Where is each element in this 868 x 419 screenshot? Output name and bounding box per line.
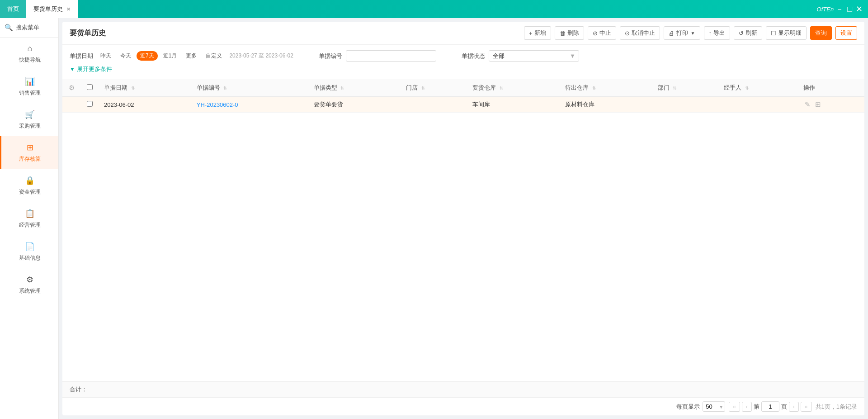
tab-requisition-history[interactable]: 要货单历史 ✕ [26,0,78,18]
sidebar-item-quick-nav[interactable]: ⌂ 快捷导航 [0,38,58,70]
yesterday-btn[interactable]: 昨天 [97,51,115,61]
chevron-down-icon: ▼ [70,66,75,72]
close-window-button[interactable]: ✕ [856,5,863,13]
sort-handler-icon[interactable]: ⇅ [745,86,749,90]
sidebar: 🔍 搜索菜单 ⌂ 快捷导航 📊 销售管理 🛒 采购管理 ⊞ 库存核算 🔒 资金管… [0,18,59,419]
row-checkbox[interactable] [87,101,93,107]
table-header-row: ⚙ 单据日期 ⇅ 单据编号 ⇅ [62,79,864,97]
show-detail-button[interactable]: ☐ 显示明细 [766,26,807,40]
sort-wait-warehouse-icon[interactable]: ⇅ [592,86,596,90]
row-type: 要货单要货 [308,97,401,113]
more-btn[interactable]: 更多 [182,51,200,61]
page-size-select[interactable]: 20 50 100 200 [703,401,725,412]
sort-store-icon[interactable]: ⇅ [421,86,425,90]
page-nav: « ‹ 第 页 › » [729,401,811,412]
next-page-btn[interactable]: › [789,402,799,412]
row-date: 2023-06-02 [99,97,191,113]
total-pages-info: 共1页，1条记录 [816,403,857,411]
print-button[interactable]: 🖨 打印 ▼ [664,26,700,40]
tab-home-label: 首页 [7,5,19,13]
show-detail-label: 显示明细 [778,29,802,37]
maximize-button[interactable]: □ [847,5,852,13]
th-date-label: 单据日期 [104,84,127,91]
order-no-label: 单据编号 [319,52,342,60]
last7days-btn[interactable]: 近7天 [137,51,158,61]
pagination-bar: 每页显示 20 50 100 200 ▼ « ‹ 第 [62,397,864,415]
refresh-button[interactable]: ↺ 刷新 [734,26,762,40]
th-store-label: 门店 [406,84,418,91]
sidebar-search[interactable]: 🔍 搜索菜单 [0,18,58,38]
sidebar-item-basic-info[interactable]: 📄 基础信息 [0,235,58,268]
delete-icon: 🗑 [560,30,566,37]
last-page-btn[interactable]: » [801,402,812,412]
tab-close-icon[interactable]: ✕ [66,6,71,12]
main-layout: 🔍 搜索菜单 ⌂ 快捷导航 📊 销售管理 🛒 采购管理 ⊞ 库存核算 🔒 资金管… [0,18,868,419]
sort-date-icon[interactable]: ⇅ [131,86,135,90]
th-settings: ⚙ [62,79,80,97]
table-settings-icon[interactable]: ⚙ [69,84,75,91]
quick-nav-icon: ⌂ [28,44,33,53]
th-handler-label: 经手人 [724,84,741,91]
row-wait-warehouse: 原材料仓库 [560,97,652,113]
sort-order-no-icon[interactable]: ⇅ [223,86,227,90]
finance-icon: 🔒 [25,176,35,186]
row-edit-icon[interactable]: ✎ [805,100,811,108]
th-wait-warehouse-label: 待出仓库 [565,84,589,91]
print-label: 打印 [676,29,688,37]
th-store: 门店 ⇅ [401,79,467,97]
today-btn[interactable]: 今天 [117,51,135,61]
sidebar-item-operations[interactable]: 📋 经营管理 [0,202,58,235]
search-icon: 🔍 [5,24,13,32]
tab-home[interactable]: 首页 [0,0,26,18]
sort-dept-icon[interactable]: ⇅ [673,86,676,90]
expand-more-btn[interactable]: ▼ 展开更多条件 [70,65,857,73]
minimize-button[interactable]: － [835,5,844,13]
cancel-stop-button[interactable]: ⊙ 取消中止 [620,26,660,40]
sidebar-item-inventory[interactable]: ⊞ 库存核算 [0,136,58,169]
content-inner: 要货单历史 + 新增 🗑 删除 ⊘ 中止 ⊙ [62,22,864,415]
th-actions-label: 操作 [803,84,815,91]
print-icon: 🖨 [669,30,675,37]
last-month-btn[interactable]: 近1月 [160,51,181,61]
status-filter: 单据状态 全部 待审核 已审核 已中止 ▼ [462,50,579,62]
stop-button[interactable]: ⊘ 中止 [588,26,616,40]
custom-btn[interactable]: 自定义 [202,51,226,61]
sort-req-warehouse-icon[interactable]: ⇅ [500,86,503,90]
operations-label: 经营管理 [19,221,41,229]
stop-icon: ⊘ [593,30,598,37]
sort-type-icon[interactable]: ⇅ [340,86,344,90]
show-detail-icon: ☐ [771,30,776,37]
row-order-no-link[interactable]: YH-20230602-0 [197,101,238,108]
row-more-icon[interactable]: ⊞ [815,100,821,108]
stop-label: 中止 [599,29,611,37]
top-bar-window-actions: － □ ✕ [835,5,868,13]
order-no-input[interactable] [346,50,436,62]
sidebar-item-finance[interactable]: 🔒 资金管理 [0,169,58,202]
sales-label: 销售管理 [19,89,41,97]
purchase-label: 采购管理 [19,122,41,130]
th-order-no-label: 单据编号 [197,84,220,91]
select-all-checkbox[interactable] [87,84,93,90]
search-label: 搜索菜单 [16,24,39,32]
settings-button[interactable]: 设置 [835,26,857,40]
filter-expand-row: ▼ 展开更多条件 [70,65,857,73]
sidebar-item-purchase[interactable]: 🛒 采购管理 [0,103,58,136]
finance-label: 资金管理 [19,188,41,196]
query-button[interactable]: 查询 [810,26,832,40]
sidebar-item-sales[interactable]: 📊 销售管理 [0,70,58,103]
first-page-btn[interactable]: « [729,402,740,412]
page-size-label: 每页显示 [676,403,700,411]
status-select[interactable]: 全部 待审核 已审核 已中止 [489,50,579,62]
page-number-input[interactable] [761,401,779,412]
inventory-icon: ⊞ [27,143,33,152]
add-button[interactable]: + 新增 [524,26,551,40]
delete-button[interactable]: 🗑 删除 [555,26,584,40]
th-date: 单据日期 ⇅ [99,79,191,97]
page-input-label: 第 [754,403,760,411]
th-type: 单据类型 ⇅ [308,79,401,97]
sidebar-item-system[interactable]: ⚙ 系统管理 [0,268,58,301]
export-button[interactable]: ↑ 导出 [704,26,731,40]
query-label: 查询 [815,29,827,37]
prev-page-btn[interactable]: ‹ [742,402,752,412]
row-store [401,97,467,113]
